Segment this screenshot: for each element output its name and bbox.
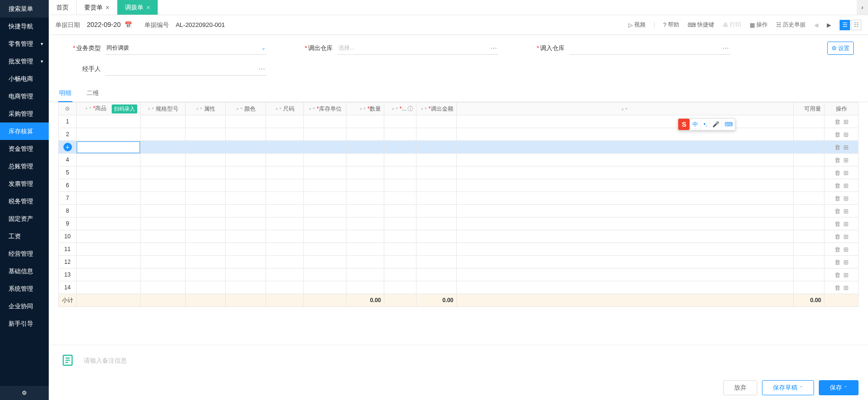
table-row[interactable]: 8🗑⊞ — [59, 205, 859, 217]
sort-icon[interactable]: ▲▼ — [420, 107, 427, 110]
table-row[interactable]: 7🗑⊞ — [59, 192, 859, 205]
table-row[interactable]: 5🗑⊞ — [59, 166, 859, 179]
ime-toolbar[interactable]: S 中 •, 🎤 ⌨ — [678, 118, 735, 130]
copy-row-icon[interactable]: ⊞ — [843, 259, 849, 266]
sidebar-item-2[interactable]: 零售管理▾ — [0, 35, 49, 52]
table-row[interactable]: 6🗑⊞ — [59, 179, 859, 192]
discard-button[interactable]: 放弃 — [723, 380, 757, 395]
delete-row-icon[interactable]: 🗑 — [834, 157, 841, 164]
sidebar-item-11[interactable]: 税务管理 — [0, 192, 49, 210]
sidebar-item-17[interactable]: 企业协同 — [0, 297, 49, 315]
tab-expand[interactable]: › — [857, 0, 868, 15]
delete-row-icon[interactable]: 🗑 — [834, 131, 841, 138]
out-warehouse-select[interactable]: 选择... ⋯ — [337, 42, 498, 55]
copy-row-icon[interactable]: ⊞ — [843, 195, 849, 202]
handler-select[interactable]: ⋯ — [106, 62, 266, 76]
close-icon[interactable]: × — [106, 4, 109, 11]
sidebar-item-5[interactable]: 电商管理 — [0, 87, 49, 105]
delete-row-icon[interactable]: 🗑 — [834, 118, 841, 125]
table-row[interactable]: +🗑⊞ — [59, 141, 859, 154]
history-link[interactable]: ☵历史单据 — [776, 21, 806, 29]
add-row-icon[interactable]: + — [63, 143, 72, 151]
help-link[interactable]: ?帮助 — [663, 21, 679, 29]
copy-row-icon[interactable]: ⊞ — [843, 118, 849, 125]
delete-row-icon[interactable]: 🗑 — [834, 144, 841, 151]
sidebar-item-13[interactable]: 工资 — [0, 227, 49, 245]
copy-row-icon[interactable]: ⊞ — [843, 144, 849, 151]
sidebar-item-15[interactable]: 基础信息 — [0, 262, 49, 280]
table-row[interactable]: 9🗑⊞ — [59, 217, 859, 230]
sidebar-item-7[interactable]: 库存核算 — [0, 122, 49, 140]
sidebar-item-0[interactable]: 搜索菜单 — [0, 0, 49, 17]
save-draft-button[interactable]: 保存草稿⌃ — [762, 380, 814, 395]
copy-row-icon[interactable]: ⊞ — [843, 271, 849, 278]
copy-row-icon[interactable]: ⊞ — [843, 246, 849, 253]
delete-row-icon[interactable]: 🗑 — [834, 169, 841, 176]
sort-icon[interactable]: ▲▼ — [195, 107, 203, 110]
ime-punct[interactable]: •, — [700, 119, 709, 130]
sidebar-item-16[interactable]: 系统管理 — [0, 280, 49, 297]
copy-row-icon[interactable]: ⊞ — [843, 208, 849, 215]
close-icon[interactable]: × — [146, 4, 150, 11]
ime-voice-icon[interactable]: 🎤 — [709, 119, 722, 130]
copy-row-icon[interactable]: ⊞ — [843, 131, 849, 138]
table-row[interactable]: 10🗑⊞ — [59, 230, 859, 243]
delete-row-icon[interactable]: 🗑 — [834, 208, 841, 215]
sort-icon[interactable]: ▲▼ — [236, 107, 243, 110]
subtab-0[interactable]: 明细 — [58, 85, 72, 102]
copy-row-icon[interactable]: ⊞ — [843, 220, 849, 227]
delete-row-icon[interactable]: 🗑 — [834, 246, 841, 253]
next-doc[interactable]: ▶ — [827, 22, 831, 28]
sidebar-item-14[interactable]: 经营管理 — [0, 245, 49, 262]
table-row[interactable]: 13🗑⊞ — [59, 269, 859, 281]
sort-icon[interactable]: ▲▼ — [85, 107, 92, 110]
delete-row-icon[interactable]: 🗑 — [834, 195, 841, 202]
table-row[interactable]: 11🗑⊞ — [59, 243, 859, 256]
sidebar-item-1[interactable]: 快捷导航 — [0, 17, 49, 35]
delete-row-icon[interactable]: 🗑 — [834, 259, 841, 266]
barcode-button[interactable]: 扫码录入 — [112, 104, 137, 113]
view-form[interactable]: ☰ — [840, 20, 850, 30]
table-settings-icon[interactable]: ⚙ — [65, 105, 70, 112]
delete-row-icon[interactable]: 🗑 — [834, 284, 841, 291]
table-row[interactable]: 1🗑⊞ — [59, 115, 859, 128]
delete-row-icon[interactable]: 🗑 — [834, 233, 841, 240]
copy-row-icon[interactable]: ⊞ — [843, 169, 849, 176]
remarks-input[interactable] — [84, 357, 859, 364]
table-row[interactable]: 4🗑⊞ — [59, 154, 859, 166]
delete-row-icon[interactable]: 🗑 — [834, 271, 841, 278]
tab-1[interactable]: 要货单× — [77, 0, 117, 15]
more-icon[interactable]: ⋯ — [258, 65, 266, 73]
tab-2[interactable]: 调拨单× — [117, 0, 158, 15]
sort-icon[interactable]: ▲▼ — [359, 107, 366, 110]
sidebar-item-12[interactable]: 固定资产 — [0, 210, 49, 227]
sidebar-item-10[interactable]: 发票管理 — [0, 175, 49, 192]
sidebar-item-18[interactable]: 新手引导 — [0, 315, 49, 332]
delete-row-icon[interactable]: 🗑 — [834, 182, 841, 189]
shortcut-link[interactable]: ⌨快捷键 — [688, 21, 714, 29]
sidebar-item-8[interactable]: 资金管理 — [0, 140, 49, 157]
date-value[interactable]: 2022-09-20 — [87, 21, 121, 28]
sidebar-item-3[interactable]: 批发管理▾ — [0, 52, 49, 70]
print-link[interactable]: 🖶打印 — [723, 21, 741, 29]
sidebar-settings[interactable]: ⚙ — [0, 386, 49, 400]
video-link[interactable]: ▷视频 — [629, 21, 646, 29]
table-row[interactable]: 12🗑⊞ — [59, 256, 859, 269]
sort-icon[interactable]: ▲▼ — [391, 107, 399, 110]
more-icon[interactable]: ⋯ — [490, 44, 497, 52]
calendar-icon[interactable]: 📅 — [124, 21, 132, 28]
ime-lang[interactable]: 中 — [690, 119, 700, 130]
subtab-1[interactable]: 二维 — [86, 85, 100, 102]
tab-0[interactable]: 首页 — [49, 0, 77, 15]
copy-row-icon[interactable]: ⊞ — [843, 157, 849, 164]
table-row[interactable]: 14🗑⊞ — [59, 281, 859, 294]
view-list[interactable]: ☷ — [851, 20, 861, 30]
sort-icon[interactable]: ▲▼ — [621, 108, 629, 111]
sort-icon[interactable]: ▲▼ — [147, 107, 155, 110]
copy-row-icon[interactable]: ⊞ — [843, 182, 849, 189]
operate-link[interactable]: ▦操作 — [750, 21, 768, 29]
copy-row-icon[interactable]: ⊞ — [843, 284, 849, 291]
sort-icon[interactable]: ▲▼ — [275, 107, 283, 110]
sort-icon[interactable]: ▲▼ — [308, 107, 316, 110]
biz-type-select[interactable]: 同价调拨 ⌄ — [106, 42, 266, 55]
